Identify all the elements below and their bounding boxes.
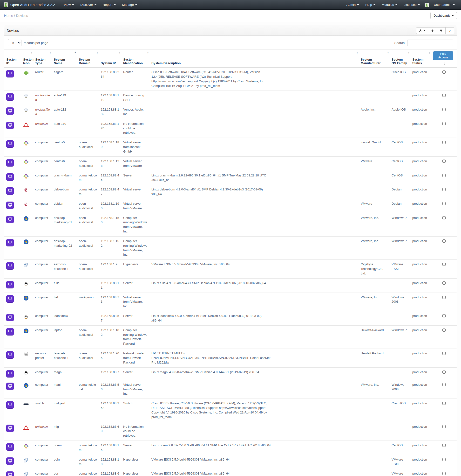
row-select-checkbox[interactable] <box>442 371 445 374</box>
monitor-icon <box>8 371 13 377</box>
column-header-system-type[interactable]: System Type▲▼ <box>33 50 52 68</box>
column-header-system-icon[interactable]: System Icon▲▼ <box>21 50 33 68</box>
breadcrumb-home-link[interactable]: Home <box>4 14 13 18</box>
device-details-button[interactable] <box>6 159 14 167</box>
device-details-button[interactable] <box>6 173 14 181</box>
device-details-button[interactable] <box>6 401 14 409</box>
device-details-button[interactable] <box>6 425 14 432</box>
row-select-checkbox[interactable] <box>442 174 445 177</box>
row-select-checkbox[interactable] <box>442 216 445 219</box>
device-details-button[interactable] <box>6 122 14 129</box>
system-description <box>149 138 359 157</box>
menu-label: Modules <box>382 3 394 7</box>
row-select-checkbox[interactable] <box>442 458 445 461</box>
menu-view[interactable]: View <box>61 0 77 9</box>
system-description: Cisco IOS Software, C3750 Software (C375… <box>149 399 359 422</box>
esxi-icon <box>23 457 29 463</box>
device-details-button[interactable] <box>6 328 14 336</box>
breadcrumb-current: Devices <box>16 14 28 18</box>
menu-report[interactable]: Report <box>100 0 119 9</box>
system-type: unclassified <box>33 105 52 119</box>
device-details-button[interactable] <box>6 187 14 195</box>
menu-help[interactable]: Help <box>362 0 378 9</box>
system-type: computer <box>33 171 52 185</box>
row-select-checkbox[interactable] <box>442 239 445 243</box>
row-select-checkbox[interactable] <box>442 425 445 428</box>
device-details-button[interactable] <box>6 262 14 270</box>
column-header-system-manufacturer[interactable]: System Manufacturer▲▼ <box>359 50 390 68</box>
row-select-checkbox[interactable] <box>442 352 445 355</box>
menu-licenses[interactable]: Licenses <box>401 0 423 9</box>
column-header-system-os-family[interactable]: System OS Family▲▼ <box>390 50 410 68</box>
system-status: production <box>410 399 431 422</box>
device-details-button[interactable] <box>6 457 14 465</box>
device-details-button[interactable] <box>6 370 14 377</box>
row-select-checkbox[interactable] <box>442 108 445 111</box>
device-details-button[interactable] <box>6 70 14 77</box>
user-menu[interactable]: User: admin <box>431 0 458 9</box>
row-select-checkbox[interactable] <box>442 122 445 125</box>
system-ip: 192.168.1.102 <box>99 325 121 348</box>
device-details-button[interactable] <box>6 471 14 476</box>
system-domain <box>77 119 99 138</box>
row-select-checkbox[interactable] <box>442 70 445 74</box>
system-name: centos6 <box>52 156 77 171</box>
devices-tbody: routerasgard192.168.88.254RouterCisco IO… <box>4 68 457 476</box>
device-details-button[interactable] <box>6 202 14 209</box>
row-select-checkbox[interactable] <box>442 141 445 144</box>
system-type: computer <box>33 293 52 311</box>
row-select-checkbox[interactable] <box>442 402 445 405</box>
row-select-checkbox[interactable] <box>442 329 445 332</box>
bulk-actions-button[interactable]: Bulk Actions <box>433 51 453 60</box>
row-select-checkbox[interactable] <box>442 188 445 191</box>
device-details-button[interactable] <box>6 295 14 303</box>
system-os-family <box>390 349 410 368</box>
system-ip: 192.168.1.9 <box>99 260 121 279</box>
menu-modules[interactable]: Modules <box>379 0 400 9</box>
row-select-checkbox[interactable] <box>442 94 445 97</box>
select-all-checkbox[interactable] <box>442 62 445 65</box>
export-button[interactable] <box>416 27 428 34</box>
device-details-button[interactable] <box>6 382 14 390</box>
row-select-checkbox[interactable] <box>442 202 445 205</box>
device-details-button[interactable] <box>6 107 14 115</box>
row-select-checkbox[interactable] <box>442 263 445 266</box>
column-header-system-name[interactable]: System Name▲▼ <box>52 50 77 68</box>
column-header-system-domain[interactable]: System Domain▲▼ <box>77 50 99 68</box>
row-select-checkbox[interactable] <box>442 281 445 285</box>
row-select-checkbox[interactable] <box>442 383 445 386</box>
menu-manage[interactable]: Manage <box>119 0 140 9</box>
device-details-button[interactable] <box>6 93 14 101</box>
column-header-system-ip[interactable]: System IP▲▼ <box>99 50 121 68</box>
device-details-button[interactable] <box>6 216 14 223</box>
column-header-system-status[interactable]: System Status▲▼ <box>410 50 431 68</box>
device-details-button[interactable] <box>6 443 14 451</box>
system-name: esxhost-brisbane-1 <box>52 260 77 279</box>
monitor-icon <box>8 188 13 194</box>
device-details-button[interactable] <box>6 351 14 359</box>
system-ip: 192.168.88.10 <box>99 455 121 469</box>
filter-button[interactable] <box>437 27 445 34</box>
records-per-page-select[interactable]: 25 <box>8 39 21 46</box>
column-label: System Name <box>54 58 65 65</box>
row-select-checkbox[interactable] <box>442 160 445 163</box>
row-select-checkbox[interactable] <box>442 296 445 299</box>
create-button[interactable] <box>428 27 437 34</box>
row-select-checkbox[interactable] <box>442 444 445 447</box>
help-button[interactable]: ? <box>445 27 454 34</box>
device-details-button[interactable] <box>6 140 14 148</box>
device-details-button[interactable] <box>6 314 14 321</box>
column-header-system-description[interactable]: System Description▲▼ <box>149 50 359 68</box>
column-header-system-identification[interactable]: System Identification▲▼ <box>121 50 149 68</box>
row-select-checkbox[interactable] <box>442 314 445 317</box>
device-details-button[interactable] <box>6 239 14 246</box>
system-ip: 192.168.1.128 <box>99 156 121 171</box>
column-label: System Manufacturer <box>361 58 380 65</box>
menu-discover[interactable]: Discover <box>77 0 99 9</box>
dashboards-button[interactable]: Dashboards <box>430 12 457 19</box>
device-details-button[interactable] <box>6 281 14 289</box>
menu-admin[interactable]: Admin <box>344 0 362 9</box>
search-input[interactable] <box>407 40 453 46</box>
row-select-checkbox[interactable] <box>442 472 445 475</box>
system-manufacturer: VMware, Inc. <box>359 213 390 236</box>
